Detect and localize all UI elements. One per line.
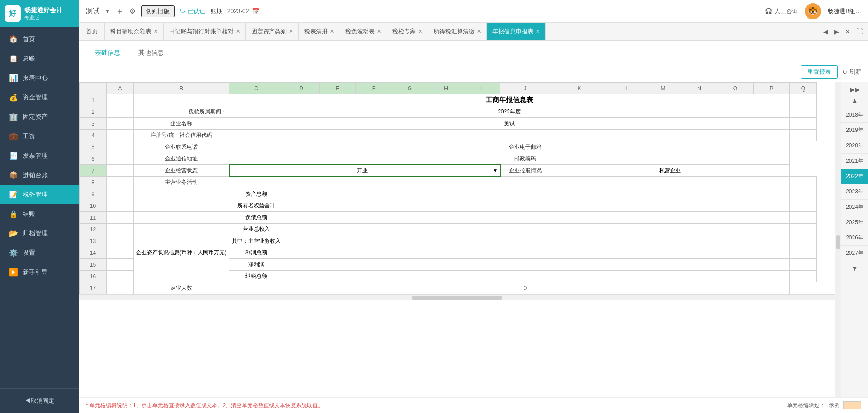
- tabs-next-button[interactable]: ▶: [832, 27, 841, 36]
- cell-7k[interactable]: 私营企业: [550, 165, 790, 177]
- consult-button[interactable]: 🎧 人工咨询: [765, 7, 798, 15]
- year-item-2025[interactable]: 2025年: [841, 215, 868, 230]
- header-settings-icon[interactable]: ⚙: [129, 7, 136, 15]
- header-dropdown-arrow[interactable]: ▼: [105, 8, 110, 14]
- cell-14d[interactable]: [283, 247, 790, 259]
- year-scroll-down-button[interactable]: ▼: [850, 263, 859, 273]
- sidebar-item-archive[interactable]: 📂 归档管理: [0, 224, 79, 243]
- year-item-2024[interactable]: 2024年: [841, 200, 868, 215]
- user-name: 畅捷通B组…: [828, 7, 861, 15]
- tabs-expand-button[interactable]: ⛶: [854, 27, 864, 36]
- tabs-close-all-button[interactable]: ✕: [843, 27, 852, 36]
- cell-6c[interactable]: [229, 153, 500, 165]
- cell-10d[interactable]: [283, 200, 790, 212]
- cell-11d[interactable]: [283, 212, 790, 224]
- sidebar-item-settings[interactable]: ⚙️ 设置: [0, 243, 79, 263]
- footer-edit-label: 单元格编辑过：: [787, 402, 825, 409]
- tab-home[interactable]: 首页: [79, 23, 105, 41]
- cell-12d[interactable]: [283, 224, 790, 235]
- sidebar-item-salary[interactable]: 💼 工资: [0, 127, 79, 146]
- cell-12c: 营业总收入: [229, 224, 283, 235]
- h-scroll-thumb[interactable]: [412, 296, 502, 300]
- refresh-button[interactable]: ↻ 刷新: [842, 68, 861, 76]
- tab-close-asset[interactable]: ✕: [289, 28, 293, 34]
- cell-4c[interactable]: [229, 130, 790, 141]
- sidebar-item-fund[interactable]: 💰 资金管理: [0, 88, 79, 107]
- cell-16d[interactable]: [283, 271, 790, 282]
- tab-asset-type[interactable]: 固定资产类别 ✕: [246, 23, 299, 41]
- cell-5c[interactable]: [229, 141, 500, 153]
- year-item-2020[interactable]: 2020年: [841, 138, 868, 154]
- tab-close-taxsheet[interactable]: ✕: [330, 28, 334, 34]
- cell-17k[interactable]: [550, 282, 790, 294]
- tab-taxwave[interactable]: 税负波动表 ✕: [340, 23, 387, 41]
- dropdown-arrow: ▼: [493, 168, 498, 174]
- sidebar-item-report[interactable]: 📊 报表中心: [0, 68, 79, 88]
- cell-13d[interactable]: [283, 235, 790, 247]
- year-item-2022[interactable]: 2022年: [841, 169, 868, 184]
- tab-close-taxcheck[interactable]: ✕: [418, 28, 422, 34]
- vertical-scrollbar[interactable]: [835, 82, 841, 397]
- cell-5b: 企业联系电话: [134, 141, 229, 153]
- cancel-fixed-button[interactable]: ◀取消固定: [5, 393, 75, 408]
- v-scroll-thumb[interactable]: [836, 235, 840, 249]
- spreadsheet-wrapper[interactable]: A B C D E F G H I J K L M N O: [79, 82, 835, 397]
- sidebar-item-stock[interactable]: 📦 进销台账: [0, 165, 79, 185]
- tab-close-aux[interactable]: ✕: [154, 28, 158, 34]
- year-scroll-up-button[interactable]: ▲: [850, 95, 859, 105]
- sidebar-item-asset[interactable]: 🏢 固定资产: [0, 107, 79, 127]
- cell-9d[interactable]: [283, 188, 790, 200]
- sidebar-item-home[interactable]: 🏠 首页: [0, 29, 79, 49]
- sub-tabs: 基础信息 其他信息: [79, 41, 868, 61]
- row-num-11: 11: [80, 212, 107, 224]
- nav-label-report: 报表中心: [23, 74, 48, 82]
- cell-5k[interactable]: [550, 141, 790, 153]
- tab-income-tax[interactable]: 所得税汇算清缴 ✕: [428, 23, 487, 41]
- sub-tab-basic[interactable]: 基础信息: [86, 45, 129, 61]
- tab-close-income-tax[interactable]: ✕: [477, 28, 481, 34]
- tabs-prev-button[interactable]: ◀: [821, 27, 830, 36]
- footer-example-label: 示例: [829, 402, 840, 409]
- col-header-o: O: [717, 83, 754, 94]
- year-item-2021[interactable]: 2021年: [841, 154, 868, 169]
- sidebar-item-ledger[interactable]: 📋 总账: [0, 49, 79, 68]
- year-item-2018[interactable]: 2018年: [841, 108, 868, 123]
- reset-report-button[interactable]: 重置报表: [801, 65, 838, 79]
- sidebar-item-guide[interactable]: ▶️ 新手引导: [0, 263, 79, 282]
- cell-17c[interactable]: [229, 282, 500, 294]
- tab-annual-report[interactable]: 年报信息申报表 ✕: [487, 23, 546, 41]
- sidebar-item-tax[interactable]: 📝 税务管理: [0, 185, 79, 204]
- tab-aux[interactable]: 科目辅助余额表 ✕: [105, 23, 164, 41]
- year-item-2019[interactable]: 2019年: [841, 123, 868, 138]
- footer-note-text: * 单元格编辑说明：1、点击单元格直接录入数值或文本。2、清空单元格数值或文本恢…: [86, 402, 323, 409]
- cell-8c[interactable]: [229, 177, 790, 188]
- tab-close-annual-report[interactable]: ✕: [536, 28, 540, 34]
- year-item-2023[interactable]: 2023年: [841, 184, 868, 200]
- sidebar-item-invoice[interactable]: 🧾 发票管理: [0, 146, 79, 165]
- tab-close-journal[interactable]: ✕: [236, 28, 240, 34]
- salary-icon: 💼: [9, 132, 18, 141]
- tab-taxcheck[interactable]: 税检专家 ✕: [387, 23, 428, 41]
- horizontal-scrollbar[interactable]: [79, 294, 835, 300]
- cell-2c[interactable]: 2022年度: [229, 106, 790, 118]
- cell-6k[interactable]: [550, 153, 790, 165]
- cell-2b: 税款所属期间：: [134, 106, 229, 118]
- sidebar-item-close[interactable]: 🔒 结账: [0, 204, 79, 224]
- cell-3c[interactable]: 测试: [229, 118, 790, 130]
- old-version-button[interactable]: 切到旧版: [141, 5, 175, 17]
- col-header-l: L: [609, 83, 645, 94]
- sub-tab-other[interactable]: 其他信息: [129, 45, 173, 61]
- cell-15d[interactable]: [283, 259, 790, 271]
- cell-7c-dropdown[interactable]: 开业 ▼: [229, 165, 500, 177]
- tab-journal[interactable]: 日记账与银行对账单核对 ✕: [164, 23, 246, 41]
- cell-17j[interactable]: 0: [500, 282, 550, 294]
- shield-icon: 🛡: [180, 8, 186, 14]
- header-add-button[interactable]: ＋: [116, 6, 124, 17]
- tab-close-taxwave[interactable]: ✕: [377, 28, 381, 34]
- year-collapse-button[interactable]: ▶▶: [849, 84, 861, 94]
- cell-6b: 企业通信地址: [134, 153, 229, 165]
- year-item-2027[interactable]: 2027年: [841, 246, 868, 261]
- year-item-2026[interactable]: 2026年: [841, 230, 868, 246]
- cell-12b: 企业资产状况信息(币种：人民币万元): [134, 224, 229, 282]
- tab-taxsheet[interactable]: 税表清册 ✕: [299, 23, 340, 41]
